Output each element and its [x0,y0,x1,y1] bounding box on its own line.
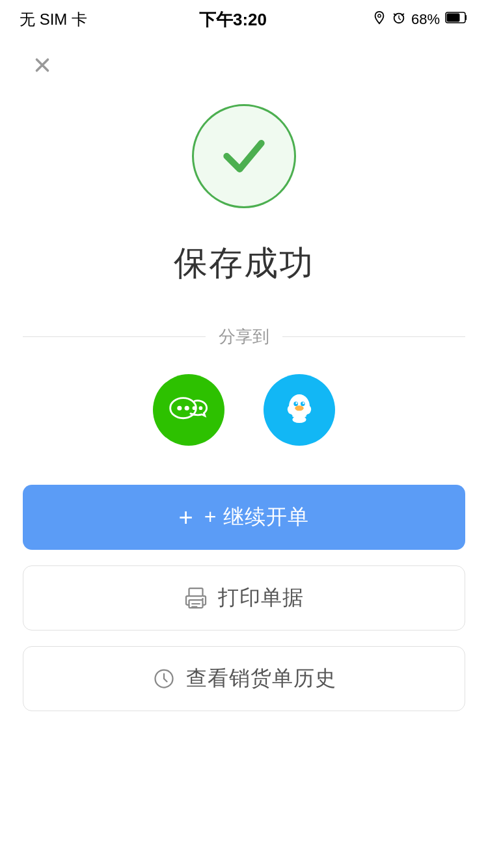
svg-point-8 [193,406,197,410]
share-line-right [282,336,465,337]
battery-icon [445,10,468,29]
share-section: 分享到 [0,325,488,446]
svg-point-6 [177,406,182,411]
print-receipt-label: 打印单据 [218,584,304,612]
history-icon [152,667,176,690]
share-icons-row [153,374,335,446]
printer-icon [184,586,208,610]
view-history-button[interactable]: 查看销货单历史 [23,646,465,711]
wechat-share-button[interactable] [153,374,224,446]
alarm-icon [392,10,406,29]
share-line-left [23,336,206,337]
svg-point-21 [202,598,204,600]
svg-point-5 [170,398,197,418]
status-left: 无 SIM 卡 [20,9,94,30]
status-bar: 无 SIM 卡 下午3:20 68% [0,0,488,39]
wechat-logo [167,388,211,432]
svg-rect-19 [189,588,203,596]
print-receipt-button[interactable]: 打印单据 [23,565,465,631]
success-circle [192,104,296,208]
svg-rect-4 [446,14,459,22]
share-label: 分享到 [206,325,282,348]
svg-point-11 [293,401,298,406]
location-icon [372,10,386,29]
success-title: 保存成功 [174,241,314,286]
share-divider-row: 分享到 [23,325,465,348]
carrier-text: 无 SIM 卡 [20,9,87,30]
continue-order-label: + 继续开单 [204,503,310,532]
qq-logo [278,389,320,431]
main-content: 保存成功 分享到 [0,39,488,711]
status-time: 下午3:20 [199,8,267,31]
svg-point-9 [199,406,203,410]
svg-point-12 [301,401,305,406]
action-buttons: + + 继续开单 打印单据 查看销货单历史 [23,485,465,711]
plus-icon: + [179,504,194,532]
svg-point-14 [303,402,305,404]
continue-order-button[interactable]: + + 继续开单 [23,485,465,550]
svg-point-15 [295,405,303,411]
status-right: 68% [372,10,468,29]
view-history-label: 查看销货单历史 [186,664,336,693]
checkmark-icon [218,130,270,182]
qq-share-button[interactable] [264,374,335,446]
svg-point-13 [295,402,297,404]
battery-text: 68% [411,11,440,28]
svg-point-7 [185,406,189,411]
svg-point-1 [378,14,381,18]
close-button[interactable] [26,49,59,81]
